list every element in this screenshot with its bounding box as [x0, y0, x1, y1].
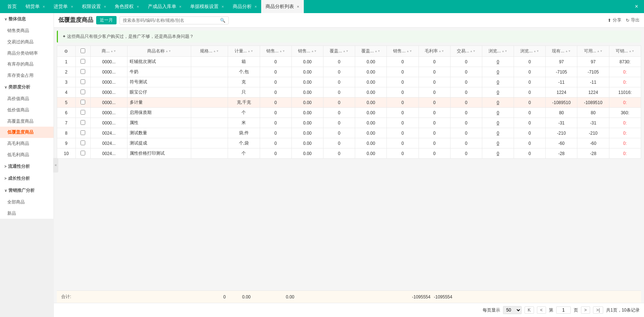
nav-product-analysis-list[interactable]: 商品分析列表 × — [261, 0, 303, 13]
col-header-trade[interactable]: 交易... ▲▼ — [450, 46, 482, 57]
row-checkbox[interactable] — [80, 130, 85, 135]
browse-link[interactable]: 0 — [497, 110, 499, 115]
col-header-sales-qty[interactable]: 销售... ▲▼ — [260, 46, 291, 57]
nav-product-entry[interactable]: 产成品入库单 × — [144, 0, 186, 13]
cell-check[interactable] — [75, 128, 90, 138]
browse-link[interactable]: 0 — [497, 80, 499, 85]
cell-check[interactable] — [75, 87, 90, 98]
sidebar-collapse-button[interactable]: « — [53, 158, 58, 173]
cell-browse1[interactable]: 0 — [482, 148, 514, 159]
browse-link[interactable]: 0 — [497, 59, 499, 64]
sidebar-item-high-coverage[interactable]: 高覆盖度商品 — [0, 116, 54, 127]
close-all-button[interactable]: × — [632, 3, 641, 10]
col-header-usable[interactable]: 可用... ▲▼ — [577, 46, 609, 57]
row-checkbox[interactable] — [80, 90, 85, 94]
col-header-saleable[interactable]: 可销... ▲▼ — [609, 46, 641, 57]
nav-sales[interactable]: 销货单 × — [21, 0, 49, 13]
close-icon[interactable]: × — [71, 0, 73, 13]
page-size-select[interactable]: 50 100 200 — [503, 306, 522, 314]
nav-permissions[interactable]: 权限设置 × — [78, 0, 110, 13]
col-header-cover1[interactable]: 覆盖... ▲▼ — [323, 46, 355, 57]
export-button[interactable]: ↻ 导出 — [626, 17, 640, 23]
sidebar-item-capital[interactable]: 库存资金占用 — [0, 70, 54, 81]
browse-link[interactable]: 0 — [497, 141, 499, 146]
cell-check[interactable] — [75, 118, 90, 128]
col-header-gear[interactable]: ⚙ — [57, 46, 76, 57]
sidebar-item-category-rate[interactable]: 商品分类动销率 — [0, 48, 54, 59]
nav-home[interactable]: 首页 — [3, 0, 21, 13]
col-header-spec[interactable]: 规格... ▲▼ — [191, 46, 228, 57]
close-icon[interactable]: × — [179, 0, 181, 13]
sidebar-item-in-stock[interactable]: 有库存的商品 — [0, 59, 54, 70]
browse-link[interactable]: 0 — [497, 151, 499, 156]
nav-product-analysis[interactable]: 商品分析 × — [228, 0, 261, 13]
cell-check[interactable] — [75, 67, 90, 77]
col-header-cover2[interactable]: 覆盖... ▲▼ — [355, 46, 387, 57]
close-icon[interactable]: × — [104, 0, 106, 13]
col-header-browse1[interactable]: 浏览... ▲▼ — [482, 46, 514, 57]
col-header-name[interactable]: 商品名称 ▲▼ — [127, 46, 191, 57]
browse-link[interactable]: 0 — [497, 90, 499, 95]
browse-link[interactable]: 0 — [497, 120, 499, 126]
col-header-code[interactable]: 商... ▲▼ — [90, 46, 127, 57]
sidebar-item-low-coverage[interactable]: 低覆盖度商品 — [0, 127, 54, 138]
sidebar-item-sales-goods[interactable]: 销售类商品 — [0, 25, 54, 36]
close-icon[interactable]: × — [43, 0, 45, 13]
close-icon[interactable]: × — [255, 0, 257, 13]
cell-browse1[interactable]: 0 — [482, 87, 514, 98]
cell-browse1[interactable]: 0 — [482, 108, 514, 118]
prev-page-button[interactable]: < — [537, 306, 546, 314]
close-icon[interactable]: × — [137, 0, 139, 13]
share-button[interactable]: ⬆ 分享 — [608, 17, 621, 23]
select-all-checkbox[interactable] — [80, 48, 85, 53]
first-page-button[interactable]: K — [525, 306, 534, 314]
browse-link[interactable]: 0 — [497, 100, 499, 105]
page-input[interactable] — [556, 306, 571, 314]
sidebar-item-high-margin[interactable]: 高毛利商品 — [0, 138, 54, 149]
cell-browse1[interactable]: 0 — [482, 138, 514, 148]
sidebar-item-low-value[interactable]: 低价值商品 — [0, 104, 54, 116]
sidebar-item-traded-goods[interactable]: 交易过的商品 — [0, 36, 54, 48]
sidebar-item-all-goods[interactable]: 全部商品 — [0, 197, 54, 208]
row-checkbox[interactable] — [80, 69, 85, 74]
cell-check[interactable] — [75, 98, 90, 108]
sidebar-section-cluster[interactable]: ∨ 类群度分析 — [0, 81, 54, 93]
cell-browse1[interactable]: 0 — [482, 57, 514, 67]
cell-check[interactable] — [75, 138, 90, 148]
row-checkbox[interactable] — [80, 59, 85, 64]
row-checkbox[interactable] — [80, 120, 85, 125]
cell-browse1[interactable]: 0 — [482, 98, 514, 108]
sidebar-section-marketing[interactable]: ∨ 营销推广分析 — [0, 185, 54, 197]
cell-browse1[interactable]: 0 — [482, 67, 514, 77]
search-input[interactable] — [123, 18, 219, 23]
col-header-browse2[interactable]: 浏览... ▲▼ — [514, 46, 546, 57]
row-checkbox[interactable] — [80, 140, 85, 145]
gear-icon[interactable]: ⚙ — [64, 49, 68, 54]
sidebar-item-low-margin[interactable]: 低毛利商品 — [0, 149, 54, 161]
col-header-current[interactable]: 现有... ▲▼ — [546, 46, 577, 57]
cell-browse1[interactable]: 0 — [482, 128, 514, 138]
cell-browse1[interactable]: 0 — [482, 77, 514, 87]
filter-button[interactable]: 近一月 — [96, 16, 117, 24]
row-checkbox[interactable] — [80, 151, 85, 155]
sidebar-section-overview[interactable]: ∨ 整体信息 — [0, 13, 54, 25]
next-page-button[interactable]: > — [581, 306, 590, 314]
nav-roles[interactable]: 角色授权 × — [110, 0, 143, 13]
row-checkbox[interactable] — [80, 79, 85, 84]
close-icon[interactable]: × — [221, 0, 224, 13]
col-header-sales3[interactable]: 销售... ▲▼ — [387, 46, 419, 57]
sidebar-item-new-goods[interactable]: 新品 — [0, 208, 54, 219]
close-icon[interactable]: × — [297, 0, 299, 13]
col-header-unit[interactable]: 计量... ▲▼ — [228, 46, 260, 57]
sidebar-section-liquidity[interactable]: > 流通性分析 — [0, 161, 54, 173]
col-header-sales-amt[interactable]: 销售... ▲▼ — [291, 46, 323, 57]
browse-link[interactable]: 0 — [497, 70, 499, 75]
cell-check[interactable] — [75, 148, 90, 159]
nav-template[interactable]: 单据模板设置 × — [186, 0, 228, 13]
nav-purchase[interactable]: 进货单 × — [49, 0, 77, 13]
row-checkbox[interactable] — [80, 100, 85, 104]
last-page-button[interactable]: >| — [593, 306, 603, 314]
sidebar-section-growth[interactable]: > 成长性分析 — [0, 173, 54, 185]
cell-check[interactable] — [75, 57, 90, 67]
cell-browse1[interactable]: 0 — [482, 118, 514, 128]
